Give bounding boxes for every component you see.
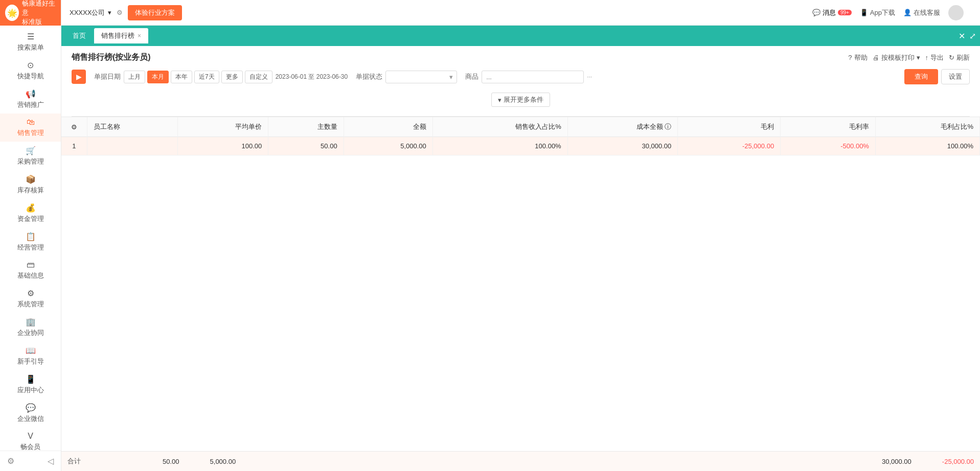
quick-nav-icon: ⊙ (27, 60, 34, 70)
date-filter-group: 单据日期 上月 本月 本年 近7天 更多 自定义 2023-06-01 至 20… (94, 71, 348, 83)
company-selector[interactable]: XXXXX公司 ▾ (70, 8, 111, 17)
sidebar-item-finance[interactable]: 💰 资金管理 (0, 199, 61, 228)
system-icon: ⚙ (27, 288, 34, 298)
sidebar-item-search[interactable]: ☰ 搜索菜单 (0, 28, 61, 56)
close-window-icon[interactable]: ✕ (959, 31, 965, 41)
col-avg-price-header: 平均单价 (177, 117, 268, 137)
sidebar-item-quick-nav[interactable]: ⊙ 快捷导航 (0, 56, 61, 85)
filter-action-group: 查询 设置 (904, 69, 970, 84)
top-bar: XXXXX公司 ▾ ⚙ 体验行业方案 💬 消息 99+ 📱 App下载 👤 在线… (61, 0, 980, 26)
message-btn[interactable]: 💬 消息 99+ (812, 8, 852, 17)
sidebar-item-inventory[interactable]: 📦 库存核算 (0, 170, 61, 199)
sales-icon: 🛍 (27, 118, 35, 127)
date-btn-more[interactable]: 更多 (221, 71, 243, 83)
sidebar-item-system[interactable]: ⚙ 系统管理 (0, 284, 61, 313)
sales-ratio-cell: 100.00% (432, 137, 567, 155)
status-select[interactable] (385, 71, 457, 83)
search-menu-icon: ☰ (27, 32, 34, 41)
sidebar-bottom: ⚙ ◁ (0, 451, 61, 471)
table-container: ⚙ 员工名称 平均单价 主数量 全额 销售收入占比% 成本全额 ⓘ 毛利 毛利率… (61, 117, 980, 451)
sidebar-item-vip[interactable]: V 畅会员 (0, 428, 61, 451)
sidebar-item-wechat[interactable]: 💬 企业微信 (0, 399, 61, 428)
sidebar-item-marketing[interactable]: 📢 营销推广 (0, 85, 61, 114)
sidebar-item-enterprise[interactable]: 🏢 企业协同 (0, 313, 61, 342)
settings-icon[interactable]: ⚙ (7, 456, 14, 466)
date-filter-label: 单据日期 (94, 72, 121, 81)
more-options[interactable]: ··· (587, 73, 592, 80)
table-header-row: ⚙ 员工名称 平均单价 主数量 全额 销售收入占比% 成本全额 ⓘ 毛利 毛利率… (61, 117, 980, 137)
page-header: 销售排行榜(按业务员) ? 帮助 🖨 按模板打印 ▾ ↑ 导出 (61, 46, 980, 117)
sales-ranking-table: ⚙ 员工名称 平均单价 主数量 全额 销售收入占比% 成本全额 ⓘ 毛利 毛利率… (61, 117, 980, 155)
page-actions: ? 帮助 🖨 按模板打印 ▾ ↑ 导出 ↻ 刷新 (848, 53, 970, 62)
date-btn-7days[interactable]: 近7天 (194, 71, 219, 83)
maximize-icon[interactable]: ⤢ (969, 31, 976, 41)
export-btn[interactable]: ↑ 导出 (925, 53, 944, 62)
marketing-icon: 📢 (26, 89, 36, 99)
collapse-icon[interactable]: ◁ (48, 456, 54, 466)
app-download-btn[interactable]: 📱 App下载 (860, 8, 895, 17)
tab-close-icon[interactable]: × (138, 32, 141, 39)
sidebar-item-basic-info[interactable]: 🗃 基础信息 (0, 256, 61, 284)
active-tab-label: 销售排行榜 (101, 31, 134, 40)
col-profit-rate-header: 毛利率 (781, 117, 876, 137)
help-icon: ? (848, 54, 852, 61)
date-btns: 上月 本月 本年 近7天 更多 自定义 (124, 71, 272, 83)
company-name: XXXXX公司 (70, 8, 105, 17)
refresh-btn[interactable]: ↻ 刷新 (949, 53, 970, 62)
filter-expand-arrow[interactable]: ▶ (72, 70, 86, 84)
settings-gear-icon[interactable]: ⚙ (117, 9, 123, 16)
col-qty-header: 主数量 (268, 117, 344, 137)
status-filter-label: 单据状态 (356, 72, 382, 81)
content-area: 销售排行榜(按业务员) ? 帮助 🖨 按模板打印 ▾ ↑ 导出 (61, 46, 980, 471)
profit-rate-cell: -500.00% (781, 137, 876, 155)
print-btn[interactable]: 🖨 按模板打印 ▾ (873, 53, 920, 62)
online-service-btn[interactable]: 👤 在线客服 (903, 8, 940, 17)
help-btn[interactable]: ? 帮助 (848, 53, 867, 62)
footer-label: 合计 (67, 457, 81, 466)
expand-row: ▾ 展开更多条件 (72, 84, 970, 111)
sidebar-item-sales[interactable]: 🛍 销售管理 (0, 114, 61, 142)
sidebar-item-purchase[interactable]: 🛒 采购管理 (0, 142, 61, 170)
tab-bar: 首页 销售排行榜 × ✕ ⤢ (61, 26, 980, 46)
name-cell (87, 137, 177, 155)
message-icon: 💬 (812, 9, 821, 16)
date-btn-this-month[interactable]: 本月 (147, 71, 169, 83)
expand-conditions-btn[interactable]: ▾ 展开更多条件 (491, 93, 550, 107)
sidebar-item-apps[interactable]: 📱 应用中心 (0, 370, 61, 399)
vip-icon: V (28, 432, 33, 441)
footer-profit: -25,000.00 (942, 458, 974, 465)
query-button[interactable]: 查询 (904, 69, 938, 84)
top-bar-right: 💬 消息 99+ 📱 App下载 👤 在线客服 (812, 5, 972, 20)
goods-input[interactable] (482, 71, 584, 83)
message-label: 消息 (823, 8, 836, 17)
date-range-display: 2023-06-01 至 2023-06-30 (276, 73, 348, 81)
tab-sales-ranking[interactable]: 销售排行榜 × (94, 28, 148, 43)
rank-cell: 1 (61, 137, 87, 155)
sidebar-item-guide[interactable]: 📖 新手引导 (0, 342, 61, 370)
apps-icon: 📱 (26, 374, 36, 384)
col-rank-header: ⚙ (61, 117, 87, 137)
col-profit-ratio-header: 毛利占比% (875, 117, 979, 137)
profit-cell: -25,000.00 (678, 137, 781, 155)
main-area: XXXXX公司 ▾ ⚙ 体验行业方案 💬 消息 99+ 📱 App下载 👤 在线… (61, 0, 980, 471)
setting-button[interactable]: 设置 (941, 69, 970, 84)
col-cost-header: 成本全额 ⓘ (567, 117, 678, 137)
goods-filter-label: 商品 (465, 72, 478, 81)
amount-cell: 5,000.00 (344, 137, 432, 155)
date-btn-custom[interactable]: 自定义 (245, 71, 272, 83)
date-btn-this-year[interactable]: 本年 (171, 71, 192, 83)
wechat-icon: 💬 (26, 403, 36, 413)
sidebar-item-operations[interactable]: 📋 经营管理 (0, 228, 61, 256)
filter-bar: ▶ 单据日期 上月 本月 本年 近7天 更多 自定义 2023-06-01 至 … (72, 69, 970, 117)
page-title-row: 销售排行榜(按业务员) ? 帮助 🖨 按模板打印 ▾ ↑ 导出 (72, 52, 970, 63)
footer-qty: 50.00 (163, 458, 179, 465)
sidebar: 🌟 畅康通好生意 标准版 ☰ 搜索菜单 ⊙ 快捷导航 📢 营销推广 🛍 销售管理… (0, 0, 61, 471)
trial-btn[interactable]: 体验行业方案 (128, 5, 182, 20)
expand-icon: ▾ (498, 96, 502, 104)
date-btn-last-month[interactable]: 上月 (124, 71, 145, 83)
tab-home[interactable]: 首页 (65, 28, 93, 43)
service-label: 在线客服 (914, 8, 940, 17)
app-icon: 📱 (860, 9, 868, 16)
status-select-wrap (385, 71, 457, 83)
avatar[interactable] (948, 5, 964, 20)
